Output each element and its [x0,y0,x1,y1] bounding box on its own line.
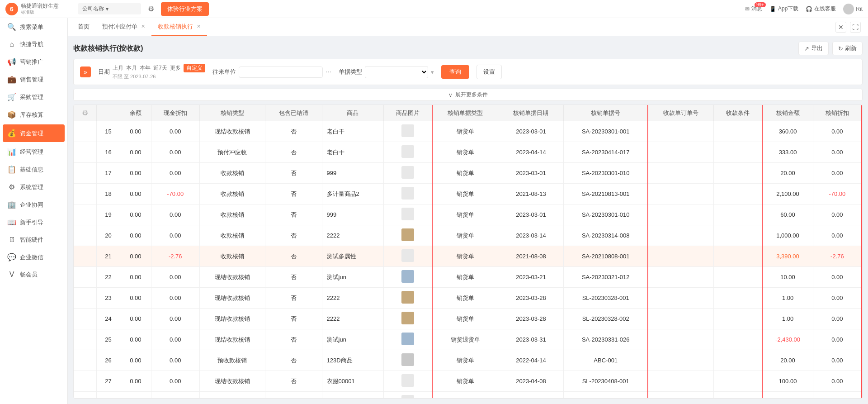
cell-bill-type: 销货单 [432,204,498,225]
sidebar-item-sales[interactable]: 💼销售管理 [0,71,67,88]
expand-filter-button[interactable]: » [80,67,91,77]
cell-bill-type: 销货单 [432,121,498,142]
last7days-btn[interactable]: 近7天 [153,64,167,72]
bill-no-link[interactable]: SA-20230321-012 [582,274,630,280]
this-year-btn[interactable]: 本年 [140,64,151,72]
cell-write-off-discount: -2.76 [813,246,862,267]
expand-button[interactable]: ⛶ [850,22,861,33]
cell-write-off-type: 预收款核销 [199,350,265,371]
cell-write-off-discount: 0.00 [813,163,862,184]
cell-write-off-type: 现结收款核销 [199,392,265,399]
cell-write-off-discount: 0.00 [813,142,862,163]
cell-bill-no: SA-20210813-001 [564,184,648,204]
table-row: 18 0.00 -70.00 收款核销 否 多计量商品2 销货单 2021-08… [74,184,862,204]
export-button[interactable]: ↗ 导出 [798,42,829,55]
cell-goods: 999 [322,204,384,225]
cell-write-off-discount: 0.00 [813,329,862,350]
partner-input[interactable] [239,67,323,78]
close-tab-button[interactable]: ✕ [835,22,846,33]
sidebar-item-wechat[interactable]: 💬企业微信 [0,248,67,266]
th-balance: 余额 [120,105,151,121]
cell-bill-date: 2023-04-14 [498,142,564,163]
sidebar-item-purchase[interactable]: 🛒采购管理 [0,88,67,106]
gear-button[interactable]: ⚙ [145,3,157,15]
expand-more-bar[interactable]: ∨ 展开更多条件 [73,89,863,101]
cell-settings [74,246,97,267]
bill-no-link[interactable]: ABC-001 [594,357,618,364]
sidebar-label-marketing: 营销推广 [20,58,43,66]
tab-collection[interactable]: 收款核销执行✕ [151,18,207,36]
cell-bill-date: 2021-08-08 [498,246,564,267]
th-receipt-order-no: 收款单订单号 [648,105,714,121]
sidebar-item-base[interactable]: 📋基础信息 [0,161,67,178]
avatar [843,4,854,14]
app-download-button[interactable]: 📱 App下载 [769,5,798,13]
sidebar-item-inventory[interactable]: 📦库存核算 [0,106,67,124]
bill-no-link[interactable]: SA-20230314-008 [582,232,630,239]
sidebar-icon-vip: V [7,271,16,279]
bill-no-link[interactable]: SL-20230328-002 [582,315,629,322]
cell-settings [74,225,97,246]
cell-write-off-type: 收款核销 [199,184,265,204]
user-area[interactable]: Rit [843,4,863,14]
expand-more-label: 展开更多条件 [455,91,488,99]
tab-close-prepay[interactable]: ✕ [141,24,145,29]
tab-close-collection[interactable]: ✕ [197,24,201,29]
bill-no-link[interactable]: SA-20230301-010 [582,211,630,218]
more-date-btn[interactable]: 更多 [170,64,181,72]
tab-prepay[interactable]: 预付冲应付单✕ [96,18,151,36]
tab-home[interactable]: 首页 [71,18,96,36]
bill-no-link[interactable]: SA-20230301-001 [582,128,630,135]
filter-settings-button[interactable]: 设置 [476,65,502,79]
trial-button[interactable]: 体验行业方案 [161,2,209,16]
page-content: 收款核销执行(按收款) ↗ 导出 ↻ 刷新 » 日期 [68,36,868,404]
sidebar-icon-finance: 💰 [7,129,16,138]
bill-no-link[interactable]: SL-20230328-001 [582,295,629,301]
this-month-btn[interactable]: 本月 [126,64,137,72]
sidebar-item-enterprise[interactable]: 🏢企业协同 [0,196,67,214]
sidebar-item-system[interactable]: ⚙系统管理 [0,178,67,196]
sidebar-item-search[interactable]: 🔍搜索菜单 [0,18,67,36]
company-selector[interactable]: 公司名称 ▾ [78,3,141,14]
bill-no-link[interactable]: SA-20230331-026 [582,336,630,343]
cell-bill-date: 2023-03-28 [498,288,564,309]
th-settings[interactable]: ⚙ [74,105,97,121]
custom-date-btn[interactable]: 自定义 [184,64,205,72]
sidebar-item-finance[interactable]: 💰资金管理 [3,124,65,142]
sidebar-item-marketing[interactable]: 📢营销推广 [0,53,67,71]
last-month-btn[interactable]: 上月 [113,64,123,72]
message-button[interactable]: ✉ 消息 99+ [745,5,762,13]
sidebar-item-operations[interactable]: 📊经营管理 [0,143,67,161]
cell-seq: 24 [97,309,120,329]
bill-no-link[interactable]: SA-20230301-010 [582,170,630,176]
bill-no-link[interactable]: SA-20210808-001 [582,253,630,260]
sidebar: 🔍搜索菜单⌂快捷导航📢营销推广💼销售管理🛒采购管理📦库存核算💰资金管理📊经营管理… [0,18,68,404]
cell-bill-type: 销货单 [432,288,498,309]
cell-goods-image [384,371,433,392]
online-service-button[interactable]: 🎧 在线客服 [806,5,836,13]
cell-settings [74,204,97,225]
cell-receipt-condition [714,267,763,288]
cell-cash-discount: 0.00 [151,371,199,392]
th-write-off-discount: 核销折扣 [813,105,862,121]
cell-balance: 0.00 [120,163,151,184]
refresh-button[interactable]: ↻ 刷新 [832,42,863,55]
cell-receipt-condition [714,204,763,225]
partner-filter-group: 往来单位 ··· [212,67,331,78]
cell-write-off-discount: 0.00 [813,392,862,399]
message-badge: 99+ [755,2,766,7]
message-icon: ✉ [745,6,750,12]
sidebar-item-shortcuts[interactable]: ⌂快捷导航 [0,36,67,53]
sidebar-item-guide[interactable]: 📖新手引导 [0,214,67,231]
cell-receipt-order-no [648,225,714,246]
sidebar-item-vip[interactable]: V畅会员 [0,266,67,283]
top-bar: 6 畅捷通谱好生意 标准版 公司名称 ▾ ⚙ 体验行业方案 ✉ 消息 99+ 📱… [0,0,868,18]
query-button[interactable]: 查询 [441,65,469,79]
bill-no-link[interactable]: SL-20230408-001 [582,378,629,385]
bill-no-link[interactable]: SA-20210813-001 [582,190,630,197]
bill-type-select[interactable] [365,66,428,78]
table-row: 25 0.00 0.00 现结收款核销 否 测试jun 销货退货单 2023-0… [74,329,862,350]
partner-dots[interactable]: ··· [326,68,331,76]
sidebar-item-hardware[interactable]: 🖥智能硬件 [0,231,67,248]
bill-no-link[interactable]: SA-20230414-017 [582,149,630,156]
